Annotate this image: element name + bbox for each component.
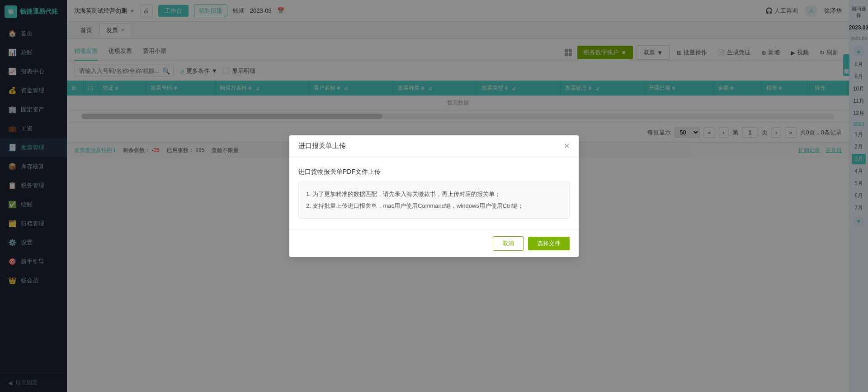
modal-info-item-1: 1. 为了更加精准的数据匹配，请先录入海关缴款书，再上传对应的报关单； (306, 188, 562, 200)
modal-title: 进口报关单上传 (298, 142, 346, 150)
modal-footer: 取消 选择文件 (289, 229, 579, 257)
modal-cancel-button[interactable]: 取消 (493, 236, 524, 251)
import-customs-modal: 进口报关单上传 ✕ 进口货物报关单PDF文件上传 1. 为了更加精准的数据匹配，… (289, 135, 579, 257)
modal-body: 进口货物报关单PDF文件上传 1. 为了更加精准的数据匹配，请先录入海关缴款书，… (289, 157, 579, 229)
modal-close-button[interactable]: ✕ (564, 142, 570, 150)
modal-cancel-label: 取消 (502, 240, 514, 247)
modal-section-title: 进口货物报关单PDF文件上传 (298, 168, 570, 176)
modal-info-item-2: 2. 支持批量上传进口报关单，mac用户使用Command键，windows用户… (306, 200, 562, 212)
modal-header: 进口报关单上传 ✕ (289, 135, 579, 157)
select-file-button[interactable]: 选择文件 (528, 237, 570, 250)
modal-info-box: 1. 为了更加精准的数据匹配，请先录入海关缴款书，再上传对应的报关单； 2. 支… (298, 182, 570, 219)
select-file-label: 选择文件 (537, 240, 561, 247)
modal-overlay[interactable]: 进口报关单上传 ✕ 进口货物报关单PDF文件上传 1. 为了更加精准的数据匹配，… (0, 0, 868, 392)
